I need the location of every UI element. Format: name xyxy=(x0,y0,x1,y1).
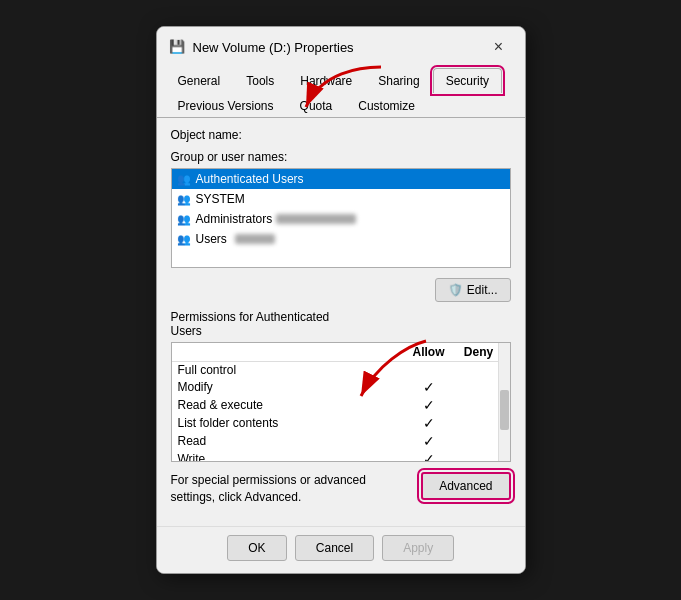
perm-allow-modify: ✓ xyxy=(404,379,454,395)
permissions-label: Permissions for Authenticated Users xyxy=(171,310,511,338)
user-name-users: Users xyxy=(196,232,227,246)
user-item-system[interactable]: 👥 SYSTEM xyxy=(172,189,510,209)
advanced-text: For special permissions or advanced sett… xyxy=(171,472,414,506)
perm-allow-write: ✓ xyxy=(404,451,454,462)
ok-button[interactable]: OK xyxy=(227,535,287,561)
perm-row-write: Write ✓ xyxy=(172,450,510,462)
user-name-system: SYSTEM xyxy=(196,192,245,206)
tab-content: Object name: Group or user names: 👥 Auth… xyxy=(157,118,525,526)
perm-row-read: Read ✓ xyxy=(172,432,510,450)
tab-security[interactable]: Security xyxy=(433,68,502,93)
tab-sharing[interactable]: Sharing xyxy=(365,68,432,93)
blurred-users-detail xyxy=(235,234,275,244)
blurred-admin-detail xyxy=(276,214,356,224)
perm-name-listfolder: List folder contents xyxy=(178,416,404,430)
tab-previous-versions[interactable]: Previous Versions xyxy=(165,93,287,118)
user-icon-system: 👥 xyxy=(176,191,192,207)
perm-name-readexecute: Read & execute xyxy=(178,398,404,412)
dialog-footer: OK Cancel Apply xyxy=(157,526,525,573)
user-icon-authenticated: 👥 xyxy=(176,171,192,187)
advanced-button[interactable]: Advanced xyxy=(421,472,510,500)
perm-row-readexecute: Read & execute ✓ xyxy=(172,396,510,414)
perm-allow-read: ✓ xyxy=(404,433,454,449)
object-name-label: Object name: xyxy=(171,128,242,142)
user-item-authenticated[interactable]: 👥 Authenticated Users xyxy=(172,169,510,189)
perm-name-read: Read xyxy=(178,434,404,448)
user-icon-users: 👥 xyxy=(176,231,192,247)
allow-header: Allow xyxy=(404,345,454,359)
scrollbar[interactable] xyxy=(498,343,510,461)
advanced-row: For special permissions or advanced sett… xyxy=(171,472,511,506)
deny-header: Deny xyxy=(454,345,504,359)
edit-button-label: Edit... xyxy=(467,283,498,297)
dialog-icon: 💾 xyxy=(169,39,185,55)
perm-name-write: Write xyxy=(178,452,404,462)
user-item-administrators[interactable]: 👥 Administrators xyxy=(172,209,510,229)
close-button[interactable]: × xyxy=(485,37,513,57)
title-bar: 💾 New Volume (D:) Properties × xyxy=(157,27,525,57)
dialog-title: New Volume (D:) Properties xyxy=(193,40,354,55)
edit-icon: 🛡️ xyxy=(448,283,463,297)
user-list: 👥 Authenticated Users 👥 SYSTEM 👥 Adminis… xyxy=(171,168,511,268)
permissions-table: Allow Deny Full control Modify ✓ Read & … xyxy=(171,342,511,462)
tab-hardware[interactable]: Hardware xyxy=(287,68,365,93)
perm-row-modify: Modify ✓ xyxy=(172,378,510,396)
perm-header: Allow Deny xyxy=(172,343,510,362)
user-name-admin: Administrators xyxy=(196,212,273,226)
tab-customize[interactable]: Customize xyxy=(345,93,428,118)
cancel-button[interactable]: Cancel xyxy=(295,535,374,561)
tab-tools[interactable]: Tools xyxy=(233,68,287,93)
user-name-authenticated: Authenticated Users xyxy=(196,172,304,186)
edit-button[interactable]: 🛡️ Edit... xyxy=(435,278,511,302)
perm-name-fullcontrol: Full control xyxy=(178,363,404,377)
perm-allow-listfolder: ✓ xyxy=(404,415,454,431)
tab-quota[interactable]: Quota xyxy=(287,93,346,118)
user-item-users[interactable]: 👥 Users xyxy=(172,229,510,249)
perm-allow-readexecute: ✓ xyxy=(404,397,454,413)
group-label: Group or user names: xyxy=(171,150,511,164)
edit-row: 🛡️ Edit... xyxy=(171,278,511,302)
scrollbar-thumb xyxy=(500,390,509,430)
tab-bar: General Tools Hardware Sharing Security … xyxy=(157,61,525,118)
object-name-row: Object name: xyxy=(171,128,511,142)
perm-name-modify: Modify xyxy=(178,380,404,394)
perm-row-fullcontrol: Full control xyxy=(172,362,510,378)
perm-row-listfolder: List folder contents ✓ xyxy=(172,414,510,432)
properties-dialog: 💾 New Volume (D:) Properties × General T… xyxy=(156,26,526,574)
apply-button[interactable]: Apply xyxy=(382,535,454,561)
tab-general[interactable]: General xyxy=(165,68,234,93)
user-icon-admin: 👥 xyxy=(176,211,192,227)
